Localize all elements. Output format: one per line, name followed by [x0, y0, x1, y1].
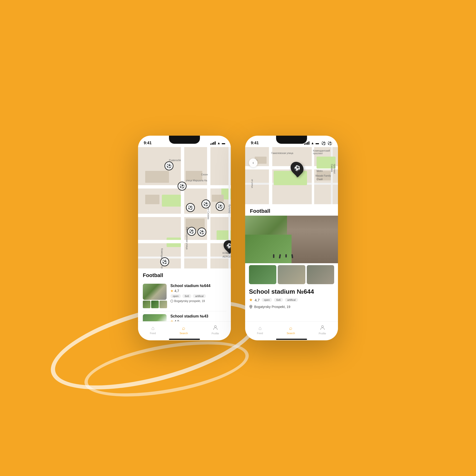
phone-notch-2	[276, 136, 307, 144]
decorative-swoosh-2	[81, 331, 253, 407]
stadium-info-1: School stadium №644 ★ 4,7 open 6х6 artif…	[170, 284, 226, 308]
marker-circle-3: ⚽	[186, 203, 195, 212]
bottom-nav-2: ⌂ Feed ⌕ Search Profile	[245, 321, 338, 338]
nav-search-1[interactable]: ⌕ Search	[175, 324, 193, 336]
nav-feed-label-1: Feed	[150, 332, 156, 335]
nav-feed-1[interactable]: ⌂ Feed	[145, 324, 161, 336]
field-figures	[273, 254, 293, 258]
tag-surface-1: artifical	[193, 294, 206, 298]
map-label-metro-d: Metro	[317, 170, 323, 172]
signal-bar-2-4	[308, 141, 309, 145]
phone-list-view: 9:41 ▲ ▬	[138, 136, 231, 340]
stadium-main-photo-2	[143, 314, 167, 321]
battery-icon-1: ▬	[222, 141, 225, 145]
marker-circle-1: ⚽	[165, 161, 173, 170]
map-marker-5[interactable]: ⚽	[216, 202, 225, 211]
stadium-item-1[interactable]: School stadium №644 ★ 4,7 open 6х6 artif…	[143, 281, 226, 311]
stadium-main-photo-1	[143, 284, 167, 300]
map-marker-1[interactable]: ⚽	[165, 161, 173, 170]
status-time-1: 9:41	[144, 141, 152, 145]
detail-tag-open: open	[262, 298, 272, 302]
green-area-1	[162, 195, 181, 206]
svg-point-1	[250, 306, 252, 307]
marker-circle-5: ⚽	[216, 202, 225, 211]
map-marker-8[interactable]: ⚽	[160, 257, 169, 266]
detail-meta: ★ 4,7 open 6х6 artifical	[249, 297, 334, 303]
top-marker-2: ⚽	[327, 141, 332, 145]
detail-info: School stadium №644 ★ 4,7 open 6х6 artif…	[245, 286, 338, 321]
detail-stadium-name: School stadium №644	[249, 288, 334, 295]
phone-detail-view: 9:41 ▲ ▬ ⚽ ⚽	[245, 136, 338, 340]
home-bar-1	[169, 339, 200, 340]
status-time-2: 9:41	[251, 141, 259, 145]
battery-icon-2: ▬	[316, 141, 319, 145]
nav-profile-2[interactable]: Profile	[314, 324, 331, 336]
map-marker-6[interactable]: ⚽	[187, 227, 196, 236]
stadium-name-2: School stadium №43	[170, 314, 226, 319]
stadium-info-2: School stadium №43 ★ 4,9 open 5х5 artifi…	[170, 314, 226, 321]
marker-circle-8: ⚽	[160, 257, 169, 266]
content-area-1: Football School stadium №644	[138, 269, 231, 321]
road-d-v-2	[312, 147, 314, 204]
nav-feed-2[interactable]: ⌂ Feed	[252, 324, 268, 336]
map-label-aerod: AEROD	[222, 255, 231, 258]
building-2	[186, 171, 202, 180]
nav-feed-label-2: Feed	[257, 332, 263, 335]
detail-thumb-1[interactable]	[249, 265, 276, 284]
map-area-1[interactable]: Pyaterochk улица Маршала Ha Сезон проспе…	[138, 147, 231, 269]
building-1	[145, 171, 169, 183]
detail-star-icon: ★	[249, 297, 253, 303]
tag-open-1: open	[170, 294, 181, 298]
nav-profile-label-2: Profile	[319, 332, 326, 335]
signal-bar-4	[215, 141, 216, 145]
building-3	[145, 195, 159, 204]
nav-search-2[interactable]: ⌕ Search	[282, 324, 300, 336]
svg-point-2	[322, 325, 323, 327]
search-icon-2: ⌕	[289, 325, 292, 331]
location-icon-1	[170, 300, 173, 303]
signal-bars-1	[210, 141, 216, 145]
map-marker-pin[interactable]: ⚽	[224, 240, 231, 254]
profile-icon-1	[213, 325, 218, 332]
map-label-d-2: Комендантский проспект	[313, 150, 338, 155]
detail-thumb-3[interactable]	[307, 265, 334, 284]
map-marker-2[interactable]: ⚽	[178, 182, 187, 191]
map-label-d-5: O'кей	[317, 178, 323, 181]
detail-photos-row	[245, 263, 338, 286]
stadium-item-2[interactable]: School stadium №43 ★ 4,9 open 5х5 artifi…	[143, 311, 226, 321]
marker-circle-7: ⚽	[197, 227, 206, 237]
star-icon-2: ★	[170, 319, 173, 321]
marker-circle-4: ⚽	[201, 200, 210, 208]
map-label-d-4: Wasabi Family	[315, 174, 331, 177]
detail-thumb-2[interactable]	[278, 265, 305, 284]
wifi-icon-1: ▲	[217, 141, 221, 145]
road-h-2	[138, 214, 231, 217]
status-icons-1: ▲ ▬	[210, 141, 225, 145]
marker-circle-6: ⚽	[187, 227, 196, 236]
map-bg-1: Pyaterochk улица Маршала Ha Сезон проспе…	[138, 147, 231, 269]
top-marker-1: ⚽	[321, 141, 326, 145]
map-marker-4[interactable]: ⚽	[201, 200, 210, 208]
stadium-photos-2	[143, 314, 167, 321]
section-title-1: Football	[138, 269, 231, 281]
detail-tag-surface: artifical	[285, 298, 298, 302]
figure-4	[291, 254, 293, 258]
map-label-d-3: проспект Сизова	[331, 164, 336, 174]
search-icon-1: ⌕	[182, 325, 185, 331]
stadium-rating-1: ★ 4,7	[170, 289, 226, 293]
map-label-serebristy: Серебристый бульвар	[228, 204, 231, 220]
phones-container: 9:41 ▲ ▬	[138, 136, 338, 340]
stadium-name-1: School stadium №644	[170, 284, 226, 288]
back-button[interactable]: ‹	[249, 158, 257, 167]
profile-icon-2	[320, 325, 325, 332]
map-marker-7[interactable]: ⚽	[197, 227, 206, 237]
map-marker-detail-pin[interactable]: ⚽	[291, 161, 303, 178]
map-marker-3[interactable]: ⚽	[186, 203, 195, 212]
map-label-marshal: улица Маршала Ha	[186, 179, 207, 182]
stadium-photo-row-1	[143, 301, 167, 308]
map-area-2[interactable]: Гаккелевская улица Комендантский проспек…	[245, 147, 338, 204]
stadium-thumb-1c	[159, 301, 167, 308]
nav-profile-1[interactable]: Profile	[207, 324, 224, 336]
signal-bar-1	[210, 143, 211, 145]
home-icon-2: ⌂	[258, 325, 262, 331]
